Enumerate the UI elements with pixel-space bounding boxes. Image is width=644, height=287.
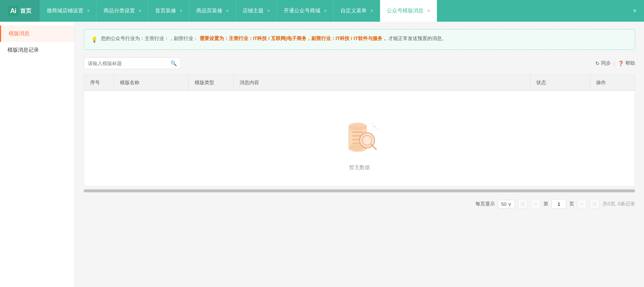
svg-point-12 <box>377 128 378 130</box>
toolbar-right: ↻ 同步 | ❓ 帮助 <box>595 60 635 67</box>
empty-illustration <box>337 113 382 158</box>
col-header-content: 消息内容 <box>234 75 530 91</box>
empty-text: 暂无数据 <box>349 164 370 171</box>
col-header-action: 操作 <box>590 75 635 91</box>
content-area: 💡 您的公众号行业为：主营行业：，副营行业： 需要设置为：主营行业：IT科技 /… <box>75 22 644 287</box>
pagination: 每页显示 50 ∨ ⟨⟨ ＜ 第 页 ＞ ⟩⟩ 共0页, 0条记录 <box>84 195 635 213</box>
help-button[interactable]: ❓ 帮助 <box>618 60 635 67</box>
nav-tab-product-page[interactable]: 商品页装修 × <box>189 0 236 22</box>
total-info: 共0页, 0条记录 <box>603 201 635 207</box>
nav-tab-home[interactable]: Ai 首页 <box>0 0 40 22</box>
col-header-status: 状态 <box>530 75 590 91</box>
main-layout: 模版消息 模版消息记录 💡 您的公众号行业为：主营行业：，副营行业： 需要设置为… <box>0 22 644 287</box>
close-icon-template-msg[interactable]: × <box>427 8 430 13</box>
toolbar-divider: | <box>614 61 615 66</box>
sidebar: 模版消息 模版消息记录 <box>0 22 75 287</box>
close-icon-theme[interactable]: × <box>267 8 270 13</box>
col-header-type: 模版类型 <box>189 75 234 91</box>
nav-tab-category[interactable]: 商品分类设置 × <box>97 0 148 22</box>
svg-line-10 <box>372 145 376 149</box>
last-page-button[interactable]: ⟩⟩ <box>590 199 600 209</box>
search-box: 🔍 <box>84 57 181 69</box>
search-input[interactable] <box>88 61 168 66</box>
col-header-name: 模版名称 <box>114 75 189 91</box>
notice-box: 💡 您的公众号行业为：主营行业：，副营行业： 需要设置为：主营行业：IT科技 /… <box>84 29 635 50</box>
svg-rect-7 <box>352 143 360 144</box>
col-header-index: 序号 <box>84 75 114 91</box>
page-size-label: 每页显示 <box>475 201 495 207</box>
nav-tab-template-msg[interactable]: 公众号模版消息 × <box>380 0 437 22</box>
empty-state: 暂无数据 <box>84 91 635 186</box>
page-label-second: 页 <box>569 201 574 207</box>
chevron-down-icon: ∨ <box>508 201 512 207</box>
page-size-select[interactable]: 50 ∨ <box>498 200 515 208</box>
horizontal-scrollbar[interactable] <box>84 189 635 192</box>
nav-tab-shop-setting[interactable]: 微商城店铺设置 × <box>40 0 97 22</box>
close-icon-category[interactable]: × <box>139 8 141 13</box>
svg-point-11 <box>373 125 376 128</box>
top-nav: Ai 首页 微商城店铺设置 × 商品分类设置 × 首页装修 × 商品页装修 × … <box>0 0 644 22</box>
sync-icon: ↻ <box>595 61 600 66</box>
data-table: 序号 模版名称 模版类型 消息内容 状态 操作 <box>84 74 635 186</box>
svg-point-2 <box>348 123 367 130</box>
nav-tab-open-mall[interactable]: 开通公众号商城 × <box>277 0 334 22</box>
help-icon: ❓ <box>618 61 624 66</box>
close-icon-homepage[interactable]: × <box>180 8 182 13</box>
prev-page-button[interactable]: ＜ <box>531 199 540 209</box>
search-icon[interactable]: 🔍 <box>170 60 177 66</box>
svg-rect-4 <box>352 131 363 133</box>
home-tab-label: 首页 <box>20 7 31 15</box>
nav-tab-custom-menu[interactable]: 自定义菜单 × <box>334 0 380 22</box>
close-icon-product-page[interactable]: × <box>226 8 229 13</box>
toolbar: 🔍 ↻ 同步 | ❓ 帮助 <box>84 57 635 69</box>
scrollbar-thumb[interactable] <box>84 189 635 192</box>
page-number-input[interactable] <box>551 199 566 209</box>
sidebar-item-template-msg[interactable]: 模版消息 <box>0 25 74 42</box>
notice-icon: 💡 <box>91 35 98 44</box>
svg-point-13 <box>372 123 373 125</box>
sidebar-item-template-msg-record[interactable]: 模版消息记录 <box>0 42 74 58</box>
close-icon-open-mall[interactable]: × <box>324 8 327 13</box>
page-label-first: 第 <box>543 201 548 207</box>
nav-tab-homepage[interactable]: 首页装修 × <box>148 0 189 22</box>
next-page-button[interactable]: ＞ <box>577 199 587 209</box>
nav-tab-theme[interactable]: 店铺主题 × <box>236 0 277 22</box>
close-icon-shop-setting[interactable]: × <box>87 8 90 13</box>
sync-button[interactable]: ↻ 同步 <box>595 60 611 67</box>
global-close-button[interactable]: × <box>626 0 644 22</box>
logo-ai: Ai <box>8 6 18 16</box>
close-icon-custom-menu[interactable]: × <box>370 8 373 13</box>
first-page-button[interactable]: ⟨⟨ <box>518 199 528 209</box>
